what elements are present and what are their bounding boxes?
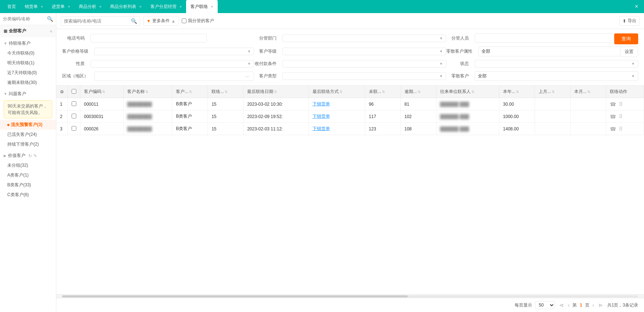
sidebar-item-churned[interactable]: 已流失客户(24) bbox=[0, 130, 56, 139]
close-analysis-tab[interactable]: × bbox=[99, 4, 101, 9]
row-last-month bbox=[535, 110, 571, 123]
nav-tab-sales[interactable]: 销货单 × bbox=[20, 0, 47, 13]
edit-icon[interactable]: ✎ bbox=[33, 153, 37, 158]
payment-select[interactable]: ▼ bbox=[282, 60, 446, 68]
sidebar: 🔍 ⊞ 全部客户 « ▼ 待联络客户 今天待联络(0) 明天待联络(1) 近7天… bbox=[0, 13, 56, 312]
more-icon-2[interactable]: ··· bbox=[244, 73, 251, 79]
export-button[interactable]: ⬆ 导出 bbox=[619, 16, 640, 26]
nav-tab-analysis[interactable]: 商品分析 × bbox=[75, 0, 106, 13]
nav-tab-customer-layer[interactable]: 客户分层经营 × bbox=[146, 0, 186, 13]
code-column-header[interactable]: 客户编码⇅ bbox=[80, 86, 124, 98]
last-contact-type-column-header[interactable]: 最后联络方式⇅ bbox=[309, 86, 365, 98]
row-last-contact-type[interactable]: 下销货单 bbox=[309, 110, 365, 123]
more-action-icon[interactable]: ⠿ bbox=[619, 101, 623, 107]
settings-button[interactable]: 设置 bbox=[620, 46, 638, 57]
pagination-bar: 每页显示 50 100 200 ⊲ ‹ 第 1 页 › ⊳ 共1页，3条记录 bbox=[56, 298, 644, 312]
nav-tab-customer-contact[interactable]: 客户联络 × bbox=[186, 0, 217, 13]
row-checkbox[interactable] bbox=[68, 98, 80, 110]
row-last-contact-type[interactable]: 下销货单 bbox=[309, 123, 365, 135]
row-last-contact-type[interactable]: 下销货单 bbox=[309, 98, 365, 110]
query-button[interactable]: 查询 bbox=[614, 33, 638, 44]
sidebar-item-tomorrow[interactable]: 明天待联络(1) bbox=[0, 58, 56, 68]
sidebar-item-class-c[interactable]: C类客户(6) bbox=[0, 190, 56, 200]
search-button[interactable]: 🔍 bbox=[131, 18, 137, 24]
person-select[interactable]: ··· bbox=[475, 33, 638, 43]
region-select[interactable]: ··· bbox=[94, 72, 254, 81]
nav-tab-purchase[interactable]: 进货单 × bbox=[47, 0, 74, 13]
filter-row-3: 性质 ▼ 收付款条件 ▼ 状态 bbox=[62, 60, 638, 68]
horizontal-scrollbar[interactable] bbox=[56, 294, 644, 298]
gender-select[interactable]: ▼ bbox=[90, 60, 254, 68]
row-checkbox[interactable] bbox=[68, 110, 80, 123]
row-last-month bbox=[535, 98, 571, 110]
sidebar-all-customers-header[interactable]: ⊞ 全部客户 « bbox=[0, 25, 56, 37]
close-customer-layer-tab[interactable]: × bbox=[180, 4, 182, 9]
sidebar-item-churn-warning[interactable]: 流失预警客户(3) bbox=[0, 120, 56, 130]
this-year-column-header[interactable]: 本年...⇅ bbox=[499, 86, 535, 98]
contact-column-header[interactable]: 联络...⇅ bbox=[208, 86, 243, 98]
contact-person-column-header[interactable]: 往来单位联系人⇅ bbox=[436, 86, 499, 98]
sidebar-item-7days[interactable]: 近7天待联络(0) bbox=[0, 68, 56, 78]
overdue-column-header[interactable]: 逾期...⇅ bbox=[401, 86, 436, 98]
per-page-select[interactable]: 50 100 200 bbox=[535, 301, 555, 309]
nav-tab-analysis-list[interactable]: 商品分析列表 × bbox=[106, 0, 146, 13]
type-column-header[interactable]: 客户...⇅ bbox=[172, 86, 208, 98]
close-analysis-list-tab[interactable]: × bbox=[139, 4, 141, 9]
grade-select[interactable]: ▼ bbox=[282, 48, 446, 55]
zero-attr-select[interactable]: 全部 ▼ bbox=[478, 46, 638, 56]
sidebar-item-class-a[interactable]: A类客户(1) bbox=[0, 170, 56, 180]
contact-action-icon[interactable]: ☎ bbox=[610, 114, 616, 119]
scrollbar-thumb[interactable] bbox=[62, 295, 408, 297]
window-close-button[interactable]: × bbox=[632, 3, 641, 10]
row-type: B类客户 bbox=[172, 98, 208, 110]
first-page-button[interactable]: ⊲ bbox=[558, 301, 565, 309]
row-last-contact-date: 2023-03-02 10:30: bbox=[243, 98, 309, 110]
contact-action-icon[interactable]: ☎ bbox=[610, 101, 616, 107]
sidebar-group-pending-title[interactable]: ▼ 待联络客户 bbox=[0, 39, 56, 48]
refresh-icon[interactable]: ↻ bbox=[28, 153, 32, 158]
filter-zero-customer: 零散客户 全部 ▼ bbox=[446, 71, 638, 81]
no-contact-column-header[interactable]: 未联...⇅ bbox=[365, 86, 401, 98]
sidebar-item-declining[interactable]: 持续下滑客户(2) bbox=[0, 139, 56, 149]
sidebar-collapse-button[interactable]: « bbox=[50, 29, 52, 34]
sidebar-group-value-title[interactable]: ▶ 价值客户 ↻ ✎ bbox=[0, 151, 56, 161]
contact-action-icon[interactable]: ☎ bbox=[610, 126, 616, 132]
sidebar-item-today[interactable]: 今天待联络(0) bbox=[0, 48, 56, 58]
name-column-header[interactable]: 客户名称⇅ bbox=[124, 86, 172, 98]
select-all-checkbox[interactable] bbox=[72, 89, 76, 94]
sort-icon-7: ⇅ bbox=[382, 90, 385, 94]
checkbox-column-header[interactable] bbox=[68, 86, 80, 98]
prev-page-button[interactable]: ‹ bbox=[567, 301, 571, 309]
price-grade-select[interactable]: ▼ bbox=[94, 48, 254, 55]
dept-select[interactable]: ▼ bbox=[282, 35, 446, 42]
last-month-column-header[interactable]: 上月...⇅ bbox=[535, 86, 571, 98]
sidebar-search-icon[interactable]: 🔍 bbox=[47, 16, 53, 22]
my-customers-checkbox[interactable] bbox=[182, 19, 186, 23]
close-purchase-tab[interactable]: × bbox=[68, 4, 70, 9]
sidebar-group-problem-title[interactable]: ▼ 问题客户 bbox=[0, 89, 56, 99]
status-select[interactable]: ▼ bbox=[475, 60, 638, 68]
sidebar-item-ungroup[interactable]: 未分组(32) bbox=[0, 161, 56, 170]
last-page-button[interactable]: ⊳ bbox=[597, 301, 604, 309]
this-month-column-header[interactable]: 本月...⇅ bbox=[570, 86, 606, 98]
more-action-icon[interactable]: ⠿ bbox=[619, 114, 623, 119]
row-checkbox[interactable] bbox=[68, 123, 80, 135]
settings-column-header[interactable]: ⚙ bbox=[56, 86, 68, 98]
close-sales-tab[interactable]: × bbox=[41, 4, 43, 9]
zero-customer-select[interactable]: 全部 ▼ bbox=[475, 71, 638, 81]
nav-tab-home[interactable]: 首页 bbox=[3, 0, 20, 13]
close-customer-contact-tab[interactable]: × bbox=[211, 4, 213, 9]
row-type: B类客户 bbox=[172, 110, 208, 123]
sidebar-item-overdue[interactable]: 逾期未联络(30) bbox=[0, 78, 56, 88]
search-input[interactable] bbox=[64, 19, 129, 24]
more-conditions-button[interactable]: ▼ 更多条件 ▲ bbox=[143, 16, 179, 26]
active-indicator-dot bbox=[7, 124, 9, 126]
last-contact-date-column-header[interactable]: 最后联络日期⇅ bbox=[243, 86, 309, 98]
customer-type-select[interactable]: ▼ bbox=[282, 72, 446, 80]
my-customers-checkbox-area[interactable]: 我分管的客户 bbox=[182, 18, 214, 24]
sidebar-search-input[interactable] bbox=[3, 16, 45, 21]
sidebar-item-class-b[interactable]: B类客户(33) bbox=[0, 180, 56, 190]
more-action-icon[interactable]: ⠿ bbox=[619, 126, 623, 132]
next-page-button[interactable]: › bbox=[591, 301, 596, 309]
phone-input[interactable] bbox=[90, 34, 207, 42]
